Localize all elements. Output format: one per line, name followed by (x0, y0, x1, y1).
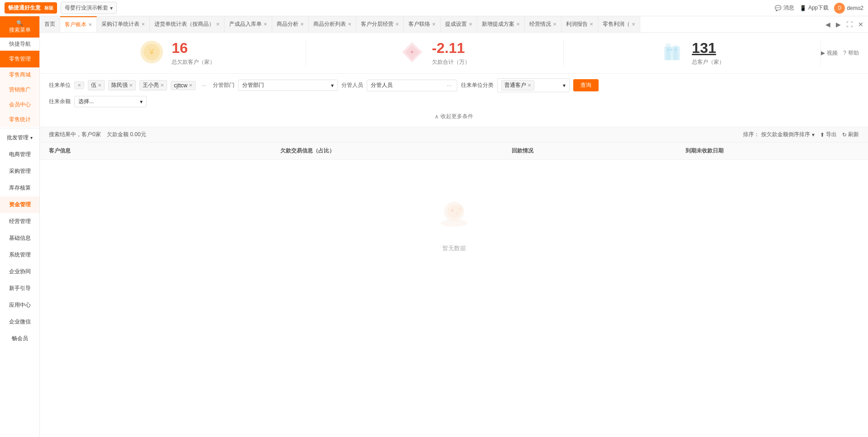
tab-purchase-stats-label: 采购订单统计表 (101, 20, 139, 28)
help-button[interactable]: ? 帮助 (843, 49, 859, 57)
stat-overdue-customers: ¥ 16 总欠款客户（家） (49, 40, 306, 66)
filter-tag-company-remove-icon[interactable]: ✕ (77, 83, 81, 88)
tab-next-button[interactable]: ▶ (834, 20, 843, 29)
search-button[interactable]: 查询 (573, 79, 599, 91)
sidebar-item-retail-member[interactable]: 会员中心 (0, 97, 39, 112)
sidebar-item-retail[interactable]: 零售管理 (0, 51, 39, 67)
tab-retail-profit[interactable]: 零售利润（ ✕ (598, 16, 640, 33)
tab-production-in[interactable]: 产成品入库单 ✕ (225, 16, 272, 33)
sidebar-enterprise-wechat-label: 企业微信 (9, 318, 31, 325)
tab-prev-button[interactable]: ◀ (824, 20, 832, 29)
tab-business-status[interactable]: 经营情况 ✕ (525, 16, 561, 33)
sidebar-item-retail-marketing[interactable]: 营销推广 (0, 82, 39, 97)
tab-accounts-close[interactable]: ✕ (88, 22, 92, 27)
category-select[interactable]: 普通客户 ✕ ▾ (497, 78, 570, 92)
empty-text: 暂无数据 (442, 244, 466, 252)
sidebar-search-label: 搜索菜单 (4, 26, 36, 34)
sidebar-item-app-center[interactable]: 应用中心 (0, 297, 39, 314)
diamond-icon: ✦ (400, 40, 425, 65)
tab-improvement-settings[interactable]: 提成设置 ✕ (441, 16, 477, 33)
tab-purchase-stats-close[interactable]: ✕ (141, 22, 145, 27)
sidebar-item-enterprise-wechat[interactable]: 企业微信 (0, 314, 39, 330)
sidebar-item-ecommerce[interactable]: 电商管理 (0, 146, 39, 163)
stat-overdue-amount: ✦ -2.11 欠款合计（万） (306, 40, 563, 66)
tab-inventory-stats-close[interactable]: ✕ (216, 22, 220, 27)
sidebar-search[interactable]: 🔍 搜索菜单 (0, 16, 39, 38)
sidebar-inventory-label: 库存核算 (9, 185, 31, 191)
tab-goods-analysis-label: 商品分析 (277, 20, 298, 28)
filter-more-button[interactable]: ··· (199, 81, 209, 90)
mobile-icon: 📱 (800, 5, 806, 11)
tab-profit-report-close[interactable]: ✕ (590, 22, 593, 27)
chevron-down-icon: ▾ (331, 82, 334, 89)
tab-goods-analysis[interactable]: 商品分析 ✕ (272, 16, 309, 33)
tab-customer-tier-close[interactable]: ✕ (395, 22, 399, 27)
logo-text: 畅捷通好生意 (8, 4, 41, 12)
remainder-select[interactable]: 选择... ▾ (74, 96, 147, 107)
filter-tag-wu-close[interactable]: ✕ (98, 83, 101, 88)
collapse-more-button[interactable]: ∧ 收起更多条件 (49, 111, 859, 122)
person-select[interactable]: 分管人员 ··· (367, 80, 457, 91)
svg-point-17 (459, 208, 461, 209)
tab-customer-tier[interactable]: 客户分层经营 ✕ (356, 16, 404, 33)
avatar: D (834, 3, 845, 14)
video-label: 视频 (827, 49, 838, 57)
tab-inventory-stats[interactable]: 进货单统计表（按商品） ✕ (150, 16, 225, 33)
sidebar-quick-nav[interactable]: 快捷导航 (0, 38, 39, 51)
app-download-button[interactable]: 📱 App下载 (800, 4, 829, 12)
sidebar-item-member[interactable]: 畅会员 (0, 330, 39, 347)
sidebar-item-system[interactable]: 系统管理 (0, 247, 39, 263)
tab-production-in-close[interactable]: ✕ (264, 22, 267, 27)
sidebar-item-operations[interactable]: 经营管理 (0, 213, 39, 230)
sort-selector[interactable]: 排序： 按欠款金额倒序排序 ▾ (743, 131, 815, 138)
tab-accounts[interactable]: 客户账本 ✕ (60, 16, 97, 33)
video-help-button[interactable]: ▶ 视频 (821, 49, 838, 57)
filter-tag-wu: 伍 ✕ (88, 80, 105, 90)
tab-purchase-stats[interactable]: 采购订单统计表 ✕ (97, 16, 150, 33)
tab-goods-analysis-list[interactable]: 商品分析列表 ✕ (309, 16, 356, 33)
tab-retail-profit-close[interactable]: ✕ (632, 22, 635, 27)
sidebar-item-batch[interactable]: 批发管理 ▾ (0, 129, 39, 146)
department-select[interactable]: 分管部门 ▾ (238, 80, 338, 91)
tab-goods-analysis-list-close[interactable]: ✕ (348, 22, 351, 27)
search-icon: 🔍 (16, 20, 23, 26)
sidebar-item-retail-stats[interactable]: 零售统计 (0, 112, 39, 127)
tab-goods-analysis-close[interactable]: ✕ (300, 22, 304, 27)
filter-tag-cjttcw-close[interactable]: ✕ (189, 83, 192, 88)
tab-maximize-button[interactable]: ⛶ (844, 20, 854, 29)
sidebar-item-enterprise-collab[interactable]: 企业协同 (0, 263, 39, 280)
sidebar-app-center-label: 应用中心 (9, 302, 31, 308)
export-button[interactable]: ⬆ 导出 (820, 131, 837, 138)
chevron-right-icon: ▾ (30, 135, 33, 140)
account-selector[interactable]: 母婴行业演示帐套 ▾ (61, 2, 117, 14)
tab-close-all-button[interactable]: ✕ (856, 20, 865, 29)
user-menu[interactable]: D demo2 (834, 3, 863, 14)
tab-improvement-settings-close[interactable]: ✕ (469, 22, 472, 27)
tab-home[interactable]: 首页 (40, 16, 60, 33)
result-info: 搜索结果中，客户0家 欠款金额 0.00元 (49, 131, 146, 138)
message-button[interactable]: 💬 消息 (775, 4, 794, 12)
sidebar-new-guide-label: 新手引导 (9, 285, 31, 291)
filter-tag-wang-close[interactable]: ✕ (160, 83, 164, 88)
company-filter-label: 往来单位 (49, 81, 71, 89)
sidebar-item-purchase[interactable]: 采购管理 (0, 163, 39, 180)
refresh-button[interactable]: ↻ 刷新 (842, 131, 859, 138)
sidebar-item-basics[interactable]: 基础信息 (0, 230, 39, 247)
sidebar-item-finance[interactable]: 资金管理 (0, 196, 39, 213)
sidebar-item-retail-mall[interactable]: 零售商城 (0, 67, 39, 82)
tab-new-improvement-close[interactable]: ✕ (516, 22, 520, 27)
chevron-down-icon-remainder: ▾ (140, 99, 143, 105)
filter-tag-normal-customer-close[interactable]: ✕ (528, 83, 531, 88)
tab-profit-report[interactable]: 利润报告 ✕ (561, 16, 598, 33)
tab-new-improvement[interactable]: 新增提成方案 ✕ (477, 16, 525, 33)
tab-customer-contact-close[interactable]: ✕ (432, 22, 436, 27)
tab-business-status-close[interactable]: ✕ (553, 22, 556, 27)
person-dots[interactable]: ··· (445, 81, 453, 90)
tab-customer-contact[interactable]: 客户联络 ✕ (404, 16, 441, 33)
sidebar-item-new-guide[interactable]: 新手引导 (0, 280, 39, 297)
sidebar: 🔍 搜索菜单 快捷导航 零售管理 零售商城 营销推广 会员中心 零售统计 批发管… (0, 16, 40, 437)
filter-tag-chen-close[interactable]: ✕ (129, 83, 133, 88)
export-label: 导出 (826, 131, 837, 138)
sidebar-enterprise-collab-label: 企业协同 (9, 268, 31, 275)
sidebar-item-inventory[interactable]: 库存核算 (0, 180, 39, 196)
